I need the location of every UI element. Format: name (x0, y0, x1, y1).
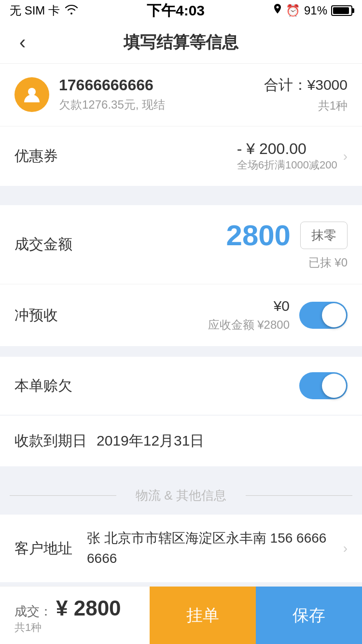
divider-line-right (246, 495, 352, 496)
coupon-right: - ¥ 200.00 全场6折满1000减200 › (237, 140, 348, 172)
deal-section: 成交金额 2800 抹零 已抹 ¥0 冲预收 ¥0 应收金额 ¥2800 (0, 205, 362, 346)
arrearage-label: 本单赊欠 (14, 376, 72, 396)
back-button[interactable]: ‹ (14, 27, 30, 58)
status-bar: 无 SIM 卡 下午4:03 ⏰ 91% (0, 0, 362, 21)
coupon-row[interactable]: 优惠券 - ¥ 200.00 全场6折满1000减200 › (0, 126, 362, 186)
user-info: 17666666666 欠款1276.35元, 现结 (59, 76, 165, 112)
deal-sub: 已抹 ¥0 (226, 255, 348, 270)
address-value: 张 北京市市辖区海淀区永丰南 156 6666 6666 (87, 528, 337, 569)
pre-collect-row: 冲预收 ¥0 应收金额 ¥2800 (0, 284, 362, 346)
status-time: 下午4:03 (147, 1, 205, 21)
deal-row: 成交金额 2800 抹零 已抹 ¥0 (0, 205, 362, 284)
hang-button[interactable]: 挂单 (150, 587, 256, 644)
address-section[interactable]: 客户地址 张 北京市市辖区海淀区永丰南 156 6666 6666 › (0, 515, 362, 582)
bottom-deal-label: 成交： (14, 603, 52, 620)
duedate-label: 收款到期日 (14, 431, 87, 451)
deal-right: 2800 抹零 已抹 ¥0 (226, 219, 348, 270)
bottom-deal-row: 成交： ¥ 2800 (14, 596, 135, 620)
coupon-info: - ¥ 200.00 全场6折满1000减200 (237, 140, 337, 172)
pre-collect-amount: ¥0 (208, 298, 290, 314)
arrearage-toggle[interactable] (299, 372, 348, 399)
bottom-info: 成交： ¥ 2800 共1种 (0, 596, 150, 635)
gray-divider-1 (0, 196, 362, 205)
pre-collect-sub: 应收金额 ¥2800 (208, 317, 290, 333)
pre-collect-info: ¥0 应收金额 ¥2800 (208, 298, 290, 333)
save-button[interactable]: 保存 (256, 587, 362, 644)
coupon-detail: 全场6折满1000减200 (237, 158, 337, 172)
user-left: 17666666666 欠款1276.35元, 现结 (14, 76, 165, 112)
bottom-bar: 成交： ¥ 2800 共1种 挂单 保存 (0, 586, 362, 644)
coupon-discount: - ¥ 200.00 (237, 140, 337, 158)
page-title: 填写结算等信息 (124, 31, 238, 54)
bottom-deal-amount: ¥ 2800 (56, 596, 121, 620)
address-label: 客户地址 (14, 539, 72, 559)
coupon-label: 优惠券 (14, 146, 58, 166)
deal-amount-row: 2800 抹零 (226, 219, 348, 252)
total-amount: 合计：¥3000 (264, 75, 348, 95)
logistics-label: 物流 & 其他信息 (136, 487, 226, 504)
bottom-count: 共1种 (14, 620, 135, 635)
status-left: 无 SIM 卡 (10, 3, 78, 18)
gray-divider-2 (0, 347, 362, 357)
total-count: 共1种 (264, 98, 348, 113)
alarm-icon: ⏰ (286, 4, 300, 17)
avatar (14, 77, 49, 112)
duedate-value: 2019年12月31日 (97, 431, 204, 451)
battery-icon (331, 5, 352, 16)
user-phone: 17666666666 (59, 76, 165, 94)
arrearage-toggle-knob (322, 374, 346, 398)
carrier: 无 SIM 卡 (10, 3, 60, 18)
arrearage-section: 本单赊欠 (0, 357, 362, 415)
logistics-divider: 物流 & 其他信息 (0, 476, 362, 515)
pre-collect-label: 冲预收 (14, 306, 58, 325)
user-right: 合计：¥3000 共1种 (264, 75, 348, 113)
deal-label: 成交金额 (14, 235, 72, 254)
user-sub: 欠款1276.35元, 现结 (59, 97, 165, 112)
user-row: 17666666666 欠款1276.35元, 现结 合计：¥3000 共1种 (0, 64, 362, 125)
duedate-section: 收款到期日 2019年12月31日 (0, 416, 362, 466)
user-section: 17666666666 欠款1276.35元, 现结 合计：¥3000 共1种 … (0, 64, 362, 186)
nav-bar: ‹ 填写结算等信息 (0, 21, 362, 64)
address-right: 张 北京市市辖区海淀区永丰南 156 6666 6666 › (87, 528, 348, 569)
svg-point-0 (28, 88, 36, 96)
status-right: ⏰ 91% (273, 4, 352, 17)
battery-pct: 91% (304, 4, 327, 17)
pre-collect-right: ¥0 应收金额 ¥2800 (208, 298, 348, 333)
pre-collect-toggle[interactable] (299, 302, 348, 329)
wifi-icon (65, 4, 78, 17)
coupon-chevron: › (343, 149, 348, 164)
round-button[interactable]: 抹零 (300, 222, 348, 249)
toggle-knob (322, 303, 346, 327)
location-icon (273, 4, 282, 17)
divider-line-left (10, 495, 116, 496)
deal-value: 2800 (226, 219, 291, 252)
address-chevron: › (343, 541, 348, 556)
